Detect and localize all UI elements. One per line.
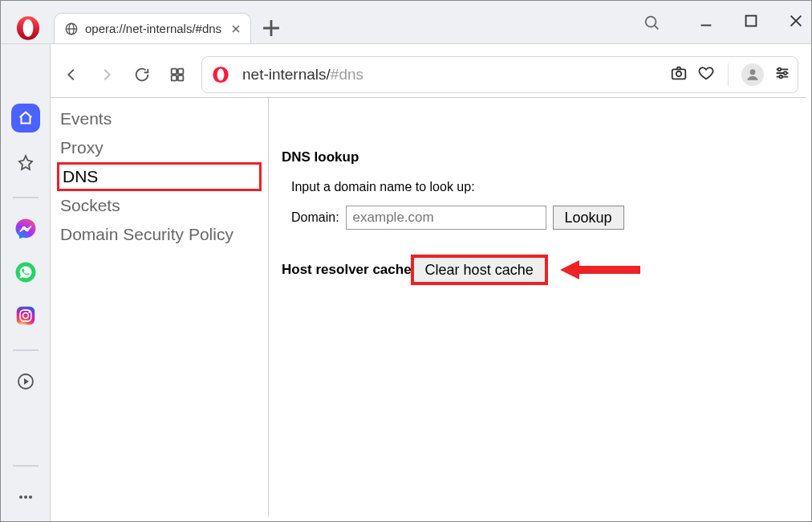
window-titlebar: opera://net-internals/#dns <box>1 1 811 44</box>
clear-host-cache-button[interactable]: Clear host cache <box>413 257 546 283</box>
annotation-arrow-icon <box>560 258 640 282</box>
svg-rect-6 <box>172 69 177 74</box>
app-sidebar <box>1 44 51 521</box>
snapshot-icon[interactable] <box>670 64 688 85</box>
sidebar-whatsapp-icon[interactable] <box>13 259 39 285</box>
nav-forward-button[interactable] <box>89 57 124 92</box>
nav-back-button[interactable] <box>54 57 89 92</box>
globe-icon <box>64 22 79 36</box>
opera-logo-icon <box>15 15 41 41</box>
new-tab-button[interactable] <box>258 14 285 42</box>
svg-point-22 <box>28 312 30 313</box>
browser-toolbar: net-internals/#dns <box>54 54 805 96</box>
address-text: net-internals/#dns <box>242 66 363 84</box>
svg-point-1 <box>23 19 34 37</box>
address-bar[interactable]: net-internals/#dns <box>201 56 798 93</box>
speed-dial-button[interactable] <box>160 57 195 92</box>
sidebar-more-icon[interactable] <box>13 484 39 510</box>
easy-setup-icon[interactable] <box>773 64 791 85</box>
svg-rect-7 <box>178 69 183 74</box>
window-close-button[interactable] <box>787 12 805 33</box>
sidebar-home-button[interactable] <box>11 104 40 133</box>
opera-icon <box>212 66 229 84</box>
dns-panel: DNS lookup Input a domain name to look u… <box>269 98 806 516</box>
tab-title: opera://net-internals/#dns <box>85 22 221 35</box>
sidebar-divider <box>13 197 39 198</box>
nav-item-events[interactable]: Events <box>57 104 262 133</box>
sidebar-divider <box>13 349 39 351</box>
svg-point-26 <box>29 495 32 499</box>
profile-avatar[interactable] <box>741 63 764 86</box>
svg-point-14 <box>750 69 756 75</box>
nav-item-dns[interactable]: DNS <box>57 162 262 191</box>
sidebar-instagram-icon[interactable] <box>13 303 39 328</box>
nav-item-proxy[interactable]: Proxy <box>57 133 262 162</box>
svg-rect-8 <box>172 75 177 80</box>
lookup-button[interactable]: Lookup <box>553 206 624 230</box>
svg-point-15 <box>778 68 782 71</box>
sidebar-messenger-icon[interactable] <box>13 216 39 242</box>
bookmark-heart-icon[interactable] <box>697 64 715 85</box>
separator <box>728 63 729 86</box>
svg-rect-5 <box>746 16 757 27</box>
window-minimize-button[interactable] <box>697 12 715 33</box>
svg-point-17 <box>779 75 782 79</box>
svg-point-24 <box>19 495 22 499</box>
net-internals-nav: Events Proxy DNS Sockets Domain Security… <box>51 98 269 516</box>
domain-label: Domain: <box>291 210 339 225</box>
svg-point-4 <box>646 17 656 27</box>
svg-point-16 <box>784 71 787 75</box>
svg-point-25 <box>24 495 27 499</box>
dns-lookup-heading: DNS lookup <box>282 149 794 165</box>
dns-lookup-prompt: Input a domain name to look up: <box>291 180 794 194</box>
domain-input[interactable] <box>346 206 546 230</box>
window-maximize-button[interactable] <box>742 12 760 33</box>
sidebar-player-icon[interactable] <box>13 369 39 394</box>
browser-tab[interactable]: opera://net-internals/#dns <box>54 13 251 43</box>
sidebar-divider <box>13 465 39 467</box>
svg-marker-28 <box>560 260 579 279</box>
nav-item-sockets[interactable]: Sockets <box>57 191 262 220</box>
sidebar-pinboards-icon[interactable] <box>13 150 39 176</box>
omnibox-search-icon[interactable] <box>643 14 660 35</box>
svg-rect-9 <box>178 75 183 80</box>
svg-point-13 <box>676 71 681 76</box>
reload-button[interactable] <box>124 57 160 92</box>
close-icon[interactable] <box>229 22 242 35</box>
svg-rect-19 <box>16 307 35 325</box>
nav-item-domain-security-policy[interactable]: Domain Security Policy <box>57 220 262 249</box>
svg-point-11 <box>217 69 225 81</box>
net-internals-page: Events Proxy DNS Sockets Domain Security… <box>51 97 806 516</box>
host-resolver-cache-label: Host resolver cache <box>282 262 412 278</box>
